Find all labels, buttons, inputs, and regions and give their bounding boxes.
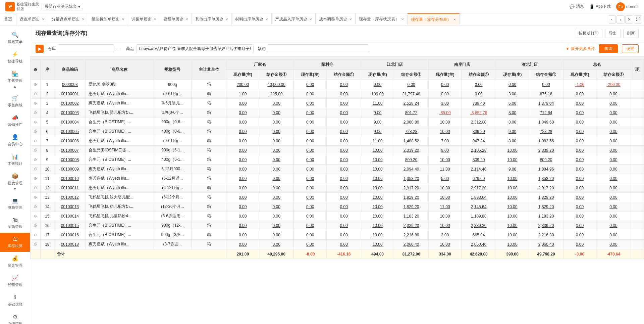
cell-m-qty[interactable]: 0.00 xyxy=(294,108,327,118)
cell-m-amt[interactable]: 0.00 xyxy=(327,240,361,249)
cell-n-qty[interactable]: 10.00 xyxy=(429,212,462,221)
search-btn[interactable]: 查询 xyxy=(599,44,618,53)
cell-f-qty[interactable]: 0.00 xyxy=(226,230,259,240)
cell-n-qty[interactable]: -39.00 xyxy=(429,108,462,118)
cell-y-qty[interactable]: 8.00 xyxy=(496,108,529,118)
cell-m-amt[interactable]: 0.00 xyxy=(327,146,361,155)
cell-m-amt[interactable]: 0.00 xyxy=(327,202,361,212)
cell-j-amt[interactable]: 2,917.20 xyxy=(394,183,429,193)
cell-gear[interactable]: ⚙ xyxy=(31,212,41,221)
cell-m-qty[interactable]: 0.00 xyxy=(294,240,327,249)
tab-4[interactable]: 调拨单历史 ✕ xyxy=(128,13,160,26)
cell-n-qty[interactable]: 10.00 xyxy=(429,155,462,165)
cell-n-qty[interactable]: 10.00 xyxy=(429,183,462,193)
cell-f-amt[interactable]: 0.00 xyxy=(259,146,294,155)
cell-n-qty[interactable]: 11.00 xyxy=(429,202,462,212)
tab-close-icon[interactable]: ✕ xyxy=(265,17,268,21)
cell-gear[interactable]: ⚙ xyxy=(31,99,41,108)
print-btn[interactable]: 按模版打印 xyxy=(575,29,602,38)
cell-j-amt[interactable]: 2,216.80 xyxy=(394,230,429,240)
cell-m-amt[interactable]: 0.00 xyxy=(327,127,361,136)
cell-z-amt[interactable]: -200.00 xyxy=(596,80,631,89)
cell-z-qty[interactable]: 0.00 xyxy=(564,89,596,99)
app-download-btn[interactable]: 📱 App下载 xyxy=(589,4,611,9)
cell-j-qty[interactable]: 109.00 xyxy=(361,89,394,99)
tab-10[interactable]: 现存量（库存状况表） ✕ xyxy=(356,13,408,26)
cell-j-qty[interactable]: 10.00 xyxy=(361,193,394,202)
tab-close-all-btn[interactable]: ✕ xyxy=(625,15,633,24)
cell-gear[interactable]: ⚙ xyxy=(31,89,41,99)
cell-j-amt[interactable]: 1,829.20 xyxy=(394,193,429,202)
sidebar-item-wholesale[interactable]: 📦 批发管理 ▼ xyxy=(0,170,30,194)
cell-y-qty[interactable]: 10.00 xyxy=(496,183,529,193)
cell-j-amt[interactable]: 801.72 xyxy=(394,108,429,118)
cell-code[interactable]: 00100005 xyxy=(54,127,86,136)
cell-n-qty[interactable]: 0.00 xyxy=(429,80,462,89)
cell-m-qty[interactable]: 0.00 xyxy=(294,155,327,165)
cell-m-amt[interactable]: 0.00 xyxy=(327,136,361,146)
cell-code[interactable]: 00100006 xyxy=(54,136,86,146)
sidebar-item-system[interactable]: ⚙ 系统管理 xyxy=(0,310,30,324)
cell-z-qty[interactable]: 0.00 xyxy=(564,146,596,155)
cell-z-amt[interactable]: 0.00 xyxy=(596,202,631,212)
cell-z-qty[interactable]: -1.00 xyxy=(564,80,596,89)
cell-code[interactable]: 00100012 xyxy=(54,193,86,202)
cell-f-amt[interactable]: 0.00 xyxy=(259,118,294,127)
cell-f-amt[interactable]: 0.00 xyxy=(259,136,294,146)
cell-y-amt[interactable]: 1,183.20 xyxy=(529,212,563,221)
cell-y-qty[interactable]: 10.00 xyxy=(496,240,529,249)
tab-close-icon[interactable]: ✕ xyxy=(401,17,404,21)
cell-m-qty[interactable]: 0.00 xyxy=(294,127,327,136)
cell-m-qty[interactable]: 0.00 xyxy=(294,230,327,240)
cell-m-qty[interactable]: 0.00 xyxy=(294,118,327,127)
cell-y-amt[interactable]: 2,216.80 xyxy=(529,230,563,240)
company-dropdown[interactable]: 母婴行业演示陈套 ▾ xyxy=(42,3,83,10)
sidebar-item-retail-stats[interactable]: 📊 零售统计 xyxy=(0,150,30,170)
cell-n-amt[interactable]: 0.00 xyxy=(462,89,496,99)
user-profile[interactable]: Ea demo2 xyxy=(616,2,639,11)
cell-code[interactable]: 0000003 xyxy=(54,80,86,89)
cell-y-qty[interactable]: 10.00 xyxy=(496,174,529,183)
cell-y-amt[interactable]: 1,082.56 xyxy=(529,136,563,146)
cell-m-amt[interactable]: 0.00 xyxy=(327,230,361,240)
cell-n-amt[interactable]: 2,114.40 xyxy=(462,165,496,174)
cell-gear[interactable]: ⚙ xyxy=(31,127,41,136)
cell-f-qty[interactable]: 200.00 xyxy=(226,80,259,89)
sidebar-item-ecommerce[interactable]: 💻 电商管理 xyxy=(0,194,30,214)
cell-n-qty[interactable]: 10.00 xyxy=(429,221,462,230)
cell-z-amt[interactable]: 0.00 xyxy=(596,221,631,230)
cell-m-qty[interactable]: 0.00 xyxy=(294,183,327,193)
cell-j-qty[interactable]: 10.00 xyxy=(361,183,394,193)
cell-n-qty[interactable]: 10.00 xyxy=(429,240,462,249)
cell-y-qty[interactable]: 9.00 xyxy=(496,127,529,136)
cell-z-amt[interactable]: 0.00 xyxy=(596,183,631,193)
cell-f-amt[interactable]: 0.00 xyxy=(259,230,294,240)
cell-y-amt[interactable]: 2,339.20 xyxy=(529,221,563,230)
tab-close-icon[interactable]: ✕ xyxy=(82,17,85,21)
cell-n-amt[interactable]: 2,339.20 xyxy=(462,221,496,230)
cell-j-qty[interactable]: 11.00 xyxy=(361,136,394,146)
cell-y-amt[interactable]: 1,379.04 xyxy=(529,99,563,108)
cell-z-amt[interactable]: 0.00 xyxy=(596,127,631,136)
cell-j-qty[interactable]: 10.00 xyxy=(361,146,394,155)
cell-z-qty[interactable]: 0.00 xyxy=(564,193,596,202)
cell-code[interactable]: 00100013 xyxy=(54,202,86,212)
cell-n-amt[interactable]: 809.20 xyxy=(462,155,496,165)
cell-j-amt[interactable]: 1,183.20 xyxy=(394,212,429,221)
setting-btn[interactable]: 设置 xyxy=(622,44,639,53)
cell-y-qty[interactable]: 9.00 xyxy=(496,165,529,174)
cell-n-amt[interactable]: 809.20 xyxy=(462,127,496,136)
cell-j-qty[interactable]: 10.00 xyxy=(361,212,394,221)
cell-n-amt[interactable]: 0.00 xyxy=(462,80,496,89)
cell-code[interactable]: 00100015 xyxy=(54,221,86,230)
cell-z-amt[interactable]: 0.00 xyxy=(596,155,631,165)
cell-z-qty[interactable]: 0.00 xyxy=(564,165,596,174)
cell-j-amt[interactable]: 0.00 xyxy=(394,80,429,89)
cell-j-qty[interactable]: 10.00 xyxy=(361,230,394,240)
cell-y-amt[interactable]: 1,353.20 xyxy=(529,174,563,183)
cell-m-qty[interactable]: 0.00 xyxy=(294,193,327,202)
cell-z-amt[interactable]: 0.00 xyxy=(596,193,631,202)
cell-code[interactable]: 00100002 xyxy=(54,99,86,108)
cell-j-qty[interactable]: 10.00 xyxy=(361,202,394,212)
cell-z-amt[interactable]: 0.00 xyxy=(596,108,631,118)
